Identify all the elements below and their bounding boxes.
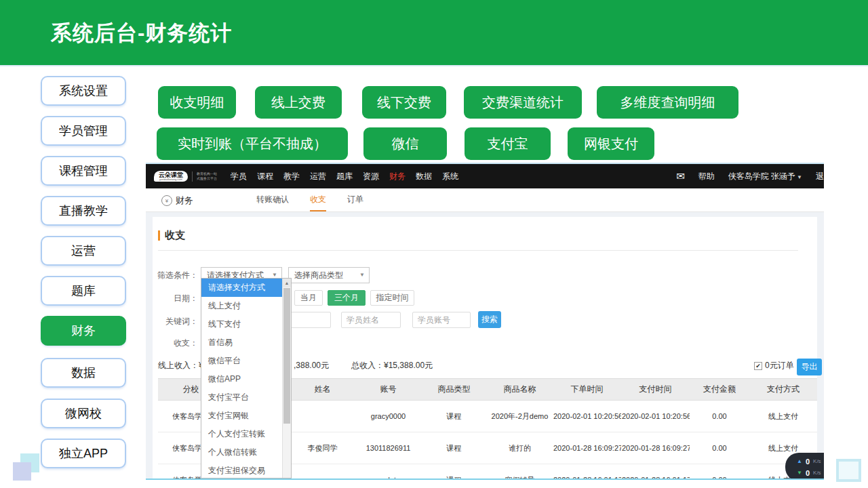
date-button-custom-time[interactable]: 指定时间 bbox=[370, 290, 414, 306]
sidebar-item-course-management[interactable]: 课程管理 bbox=[41, 156, 126, 186]
column-header: 商品名称 bbox=[487, 379, 553, 401]
download-speed-unit: K/s bbox=[813, 470, 821, 476]
dropdown-option[interactable]: 线上支付 bbox=[201, 297, 291, 315]
sidebar-item-finance[interactable]: 财务 bbox=[41, 316, 126, 346]
table-cell: 线上支付 bbox=[749, 401, 817, 432]
table-cell: 课程 bbox=[421, 432, 487, 464]
section-label: 财务 bbox=[176, 195, 193, 207]
scroll-up-icon[interactable]: ▲ bbox=[283, 279, 291, 287]
student-name-input[interactable] bbox=[341, 312, 401, 328]
chevron-down-icon: ▼ bbox=[797, 174, 802, 180]
table-cell: 2020-01-28 16:09:27 bbox=[621, 432, 690, 464]
nav-item-question-bank[interactable]: 题库 bbox=[336, 171, 353, 182]
table-cell: 2020-02-01 10:20:56 bbox=[553, 401, 621, 432]
feature-button-multi-dimension-query[interactable]: 多维度查询明细 bbox=[597, 86, 738, 119]
card-section-title: 收支 bbox=[158, 229, 185, 242]
dropdown-option[interactable]: 个人支付宝转账 bbox=[201, 425, 291, 443]
sidebar-item-operations[interactable]: 运营 bbox=[41, 236, 126, 266]
tagline-line1: 教育机构一站 bbox=[197, 171, 217, 177]
column-header: 支付金额 bbox=[690, 379, 749, 401]
table-cell: gracy0000 bbox=[355, 401, 421, 432]
date-label: 日期： bbox=[149, 293, 198, 304]
page-banner: 系统后台-财务统计 bbox=[0, 0, 868, 66]
logo-tagline: 教育机构一站 式服务云平台 bbox=[192, 171, 217, 182]
nav-item-operations[interactable]: 运营 bbox=[310, 171, 326, 182]
divider bbox=[158, 250, 798, 251]
nav-item-students[interactable]: 学员 bbox=[231, 171, 247, 182]
sidebar-item-data[interactable]: 数据 bbox=[41, 358, 126, 388]
cloud-logo-icon: 云朵课堂 yunduoketang.com bbox=[154, 171, 188, 182]
feature-button-realtime-settlement[interactable]: 实时到账（平台不抽成） bbox=[157, 127, 348, 160]
sidebar-item-label: 系统设置 bbox=[59, 83, 108, 99]
dropdown-option[interactable]: 微信平台 bbox=[201, 352, 291, 370]
help-link[interactable]: 帮助 bbox=[698, 171, 715, 182]
student-account-input[interactable] bbox=[412, 312, 471, 328]
nav-item-finance[interactable]: 财务 bbox=[389, 171, 406, 182]
table-cell: 课程 bbox=[421, 464, 487, 481]
sidebar-item-label: 运营 bbox=[71, 243, 96, 259]
feature-button-online-payment[interactable]: 线上交费 bbox=[255, 86, 342, 119]
nav-item-courses[interactable]: 课程 bbox=[257, 171, 273, 182]
logo[interactable]: 云朵课堂 yunduoketang.com 教育机构一站 式服务云平台 bbox=[154, 171, 217, 182]
table-cell bbox=[290, 464, 355, 481]
feature-button-wechat[interactable]: 微信 bbox=[363, 127, 447, 160]
dropdown-option[interactable]: 支付宝担保交易 bbox=[201, 462, 291, 480]
search-button[interactable]: 搜索 bbox=[478, 311, 501, 328]
upload-arrow-icon: ▲ bbox=[797, 458, 802, 464]
dropdown-scrollbar[interactable]: ▲ bbox=[282, 279, 291, 478]
table-cell: 0.00 bbox=[690, 464, 749, 481]
feature-button-offline-payment[interactable]: 线下交费 bbox=[362, 86, 446, 119]
nav-item-resources[interactable]: 资源 bbox=[363, 171, 379, 182]
sidebar-item-label: 题库 bbox=[71, 283, 96, 299]
sidebar-item-standalone-app[interactable]: 独立APP bbox=[41, 439, 126, 468]
zero-order-checkbox[interactable]: ✔ 0元订单 bbox=[754, 360, 794, 371]
column-header: 账号 bbox=[355, 379, 421, 401]
table-cell: wdet bbox=[355, 464, 421, 481]
user-name: 侠客岛学院 张涵予 bbox=[728, 171, 795, 181]
sidebar-item-live-teaching[interactable]: 直播教学 bbox=[41, 196, 126, 226]
table-cell: 2020-01-28 16:01:17 bbox=[621, 464, 690, 481]
table-cell: 2020-01-28 16:09:27 bbox=[553, 432, 621, 464]
feature-button-channel-stats[interactable]: 交费渠道统计 bbox=[464, 86, 582, 119]
sidebar-item-student-management[interactable]: 学员管理 bbox=[41, 116, 126, 146]
filter-condition-label: 筛选条件： bbox=[149, 270, 198, 281]
logout-link[interactable]: 退 bbox=[816, 171, 824, 182]
sidebar-item-system-settings[interactable]: 系统设置 bbox=[41, 76, 126, 106]
sidebar-item-micro-school[interactable]: 微网校 bbox=[41, 399, 126, 428]
nav-item-data[interactable]: 数据 bbox=[416, 171, 432, 182]
feature-button-alipay[interactable]: 支付宝 bbox=[465, 127, 551, 160]
product-type-select[interactable]: 选择商品类型 ▼ bbox=[288, 267, 370, 283]
keyword-label: 关键词： bbox=[149, 316, 198, 327]
tab-orders[interactable]: 订单 bbox=[347, 188, 363, 210]
dropdown-option[interactable]: 请选择支付方式 bbox=[201, 279, 291, 297]
nav-item-teaching[interactable]: 教学 bbox=[283, 171, 300, 182]
dropdown-option[interactable]: 线下支付 bbox=[201, 315, 291, 333]
dropdown-option[interactable]: 首信易 bbox=[201, 333, 291, 352]
nav-item-system[interactable]: 系统 bbox=[442, 171, 458, 182]
dropdown-option[interactable]: 支付宝平台 bbox=[201, 388, 291, 407]
column-header: 商品类型 bbox=[421, 379, 487, 401]
table-cell: 2020-01-28 16:01:17 bbox=[553, 464, 621, 481]
online-income-suffix: ,388.00元 bbox=[294, 360, 329, 371]
sidebar-item-question-bank[interactable]: 题库 bbox=[41, 276, 126, 306]
date-button-three-months[interactable]: 三个月 bbox=[328, 290, 366, 306]
table-cell bbox=[290, 401, 355, 432]
tab-transfer-confirm[interactable]: 转账确认 bbox=[256, 188, 289, 210]
export-button[interactable]: 导出 bbox=[797, 359, 822, 375]
tab-income-expense[interactable]: 收支 bbox=[310, 188, 326, 211]
feature-button-income-expense-detail[interactable]: 收支明细 bbox=[158, 86, 236, 119]
column-header: 支付方式 bbox=[749, 379, 817, 401]
table-cell: 课程 bbox=[421, 401, 487, 432]
date-button-current-month[interactable]: 当月 bbox=[294, 290, 323, 306]
network-speed-widget[interactable]: ▲ 0 K/s ▼ 0 K/s bbox=[785, 453, 824, 480]
section-title-text: 收支 bbox=[165, 229, 185, 242]
feature-button-netbank[interactable]: 网银支付 bbox=[568, 127, 654, 160]
dropdown-option[interactable]: 个人微信转账 bbox=[201, 443, 291, 462]
scrollbar-thumb[interactable] bbox=[283, 288, 290, 424]
tagline-line2: 式服务云平台 bbox=[197, 176, 217, 182]
upload-speed-unit: K/s bbox=[813, 458, 821, 464]
dropdown-option[interactable]: 微信APP bbox=[201, 370, 291, 388]
mail-icon[interactable]: ✉ bbox=[676, 170, 685, 182]
dropdown-option[interactable]: 支付宝网银 bbox=[201, 407, 291, 425]
user-menu[interactable]: 侠客岛学院 张涵予▼ bbox=[728, 171, 802, 182]
